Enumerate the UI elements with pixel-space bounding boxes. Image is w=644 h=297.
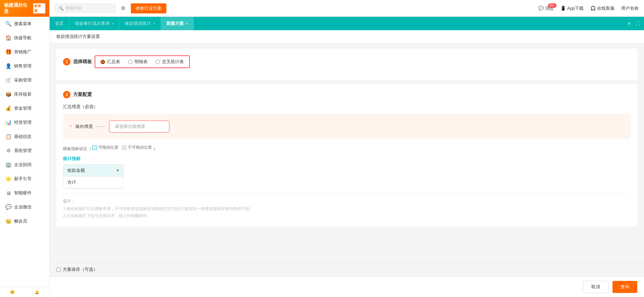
sidebar-item-hardware[interactable]: 🖥智能硬件 <box>0 186 49 200</box>
sidebar-item-label-sales: 销售管理 <box>14 63 32 69</box>
sidebar-item-label-search-menu: 搜索菜单 <box>14 21 32 27</box>
dimension-label <box>70 124 71 129</box>
service-item[interactable]: 🎧 在线客服 <box>590 5 614 11</box>
trial-button[interactable]: 体验行业方案 <box>131 3 166 13</box>
radio-cross[interactable] <box>156 60 160 64</box>
option-cross[interactable]: 交叉统计表 <box>156 59 184 65</box>
tab-maximize-icon[interactable]: ⛶ <box>635 21 640 26</box>
tabbar: 首页现金银行流水查询×收款情况统计×新建方案× ✕ ⛶ <box>50 17 644 30</box>
option-cross-label: 交叉统计表 <box>162 59 184 65</box>
sidebar-item-label-member: 畅会员 <box>14 218 27 224</box>
sidebar-bottom-icon2[interactable]: 🔔 <box>35 290 39 294</box>
page-header: 收款情况统计方案设置 <box>50 30 644 43</box>
sidebar-item-purchase[interactable]: 🛒采购管理 <box>0 73 49 87</box>
radio-detail[interactable] <box>128 60 132 64</box>
cancel-button[interactable]: 取消 <box>583 281 608 293</box>
step1-card: 1 选择模板 汇总表 明细表 交叉统计表 <box>56 49 637 80</box>
hint-title: 提示： <box>63 198 631 204</box>
template-options: 汇总表 明细表 交叉统计表 <box>95 55 190 68</box>
movable-legend-box <box>92 145 97 150</box>
settings-icon[interactable]: ⚙ <box>121 5 125 11</box>
sidebar-item-inventory[interactable]: 📦库存核算 <box>0 87 49 101</box>
config-section: 汇总维度（必选） 纵向维度 —— 请选择分组维度 模板指标设定（ <box>63 104 631 220</box>
radio-summary[interactable] <box>101 60 105 64</box>
option-detail[interactable]: 明细表 <box>128 59 148 65</box>
indicators-section: 统计指标 收款金额 ▾ 合计 <box>63 156 631 189</box>
search-placeholder: 搜索内容 <box>66 5 82 11</box>
sidebar-bottom-icon1[interactable]: 😊 <box>10 290 15 294</box>
step2-number: 2 <box>63 91 70 98</box>
sidebar-item-operations[interactable]: 📊经营管理 <box>0 115 49 130</box>
username[interactable]: 用户名称 <box>621 5 639 11</box>
fixed-legend-box <box>122 145 126 150</box>
tab-receipt-stat[interactable]: 收款情况统计× <box>119 17 161 30</box>
indicators-config-label: 模板指标设定（ 可拖动位置 不可拖动位置 ） <box>63 145 157 152</box>
chevron-down-icon[interactable]: ▾ <box>117 168 119 173</box>
sidebar-item-label-inventory: 库存核算 <box>14 91 32 97</box>
sidebar-item-finance[interactable]: 💰资金管理 <box>0 101 49 115</box>
sidebar-item-marketing[interactable]: 🎁营销推广 <box>0 45 49 59</box>
save-option-label[interactable]: 方案保存（可选） <box>56 266 98 273</box>
bottom-bar: 方案保存（可选） <box>50 262 644 277</box>
logo-badge: 标准版 <box>33 3 45 13</box>
tab-close-all-icon[interactable]: ✕ <box>627 21 631 26</box>
topbar-right: 💬 消息 99+ 📱 App下载 🎧 在线客服 用户名称 <box>538 5 639 11</box>
tab-label-bank: 现金银行流水查询 <box>75 20 110 27</box>
tab-close-new-plan[interactable]: × <box>186 21 188 26</box>
sidebar-item-label-quick-nav: 快捷导航 <box>14 35 32 41</box>
sidebar-item-basic-info[interactable]: 📋基础信息 <box>0 130 49 144</box>
step1-number: 1 <box>63 58 70 65</box>
purchase-icon: 🛒 <box>5 77 11 83</box>
fixed-legend-label: 不可拖动位置 <box>128 145 152 150</box>
sidebar-item-label-enterprise: 企业协同 <box>14 162 32 168</box>
sidebar-item-sales[interactable]: 👤销售管理 <box>0 59 49 73</box>
logo-text: 畅捷通好生意 <box>4 2 32 14</box>
sidebar-item-guide[interactable]: 🌟新手引导 <box>0 172 49 186</box>
tab-close-receipt-stat[interactable]: × <box>153 21 155 26</box>
sidebar-item-search-menu[interactable]: 🔍搜索菜单 <box>0 17 49 31</box>
sidebar-item-system[interactable]: ⚙系统管理 <box>0 144 49 158</box>
sidebar-item-label-guide: 新手引导 <box>14 176 32 182</box>
message-item[interactable]: 💬 消息 99+ <box>538 5 554 11</box>
tab-label-home: 首页 <box>55 20 64 27</box>
guide-icon: 🌟 <box>5 176 11 182</box>
sidebar-item-wechat[interactable]: 💬企业微信 <box>0 200 49 214</box>
page-title: 收款情况统计方案设置 <box>56 34 100 39</box>
option-summary[interactable]: 汇总表 <box>101 59 120 65</box>
finance-icon: 💰 <box>5 105 11 111</box>
search-icon: 🔍 <box>59 6 64 11</box>
sidebar-item-member[interactable]: 👑畅会员 <box>0 214 49 228</box>
sidebar-item-quick-nav[interactable]: 🏠快捷导航 <box>0 31 49 45</box>
tab-label-new-plan: 新建方案 <box>166 20 184 27</box>
indicators-label-row: 模板指标设定（ 可拖动位置 不可拖动位置 ） <box>63 145 631 152</box>
topbar-search[interactable]: 🔍 搜索内容 <box>55 4 115 13</box>
tab-new-plan[interactable]: 新建方案× <box>161 17 194 30</box>
download-label: App下载 <box>567 5 584 11</box>
save-checkbox[interactable] <box>56 267 61 272</box>
legend-fixed: 不可拖动位置 <box>122 145 152 150</box>
sidebar-item-label-basic-info: 基础信息 <box>14 134 32 140</box>
quick-nav-icon: 🏠 <box>5 35 11 41</box>
sidebar-item-label-operations: 经营管理 <box>14 119 32 126</box>
step1-header: 1 选择模板 汇总表 明细表 交叉统计表 <box>63 55 631 68</box>
movable-legend-label: 可拖动位置 <box>98 145 118 150</box>
sidebar: 畅捷通好生意 标准版 🔍搜索菜单🏠快捷导航🎁营销推广👤销售管理🛒采购管理📦库存核… <box>0 0 50 297</box>
download-item[interactable]: 📱 App下载 <box>560 5 584 11</box>
indicator-header[interactable]: 收款金额 ▾ <box>63 165 123 177</box>
tab-home[interactable]: 首页 <box>50 17 69 30</box>
marketing-icon: 🎁 <box>5 49 11 55</box>
content-area: 收款情况统计方案设置 1 选择模板 汇总表 明细表 <box>50 30 644 277</box>
sidebar-item-enterprise[interactable]: 🏢企业协同 <box>0 158 49 172</box>
inventory-icon: 📦 <box>5 91 11 97</box>
hint-line: 1.拖动标题栏可以调整布局，不可跨维度或指标区域拖动栏目字段(只能在同一维度或指… <box>63 205 631 213</box>
sidebar-item-label-marketing: 营销推广 <box>14 49 32 55</box>
summary-label: 汇总维度（必选） <box>63 104 631 110</box>
service-icon: 🎧 <box>590 6 596 11</box>
tab-close-bank[interactable]: × <box>112 21 114 26</box>
dimension-input[interactable]: 请选择分组维度 <box>109 120 169 133</box>
query-button[interactable]: 查询 <box>612 281 637 293</box>
indicator-column-header: 收款金额 <box>67 167 85 174</box>
tabbar-right: ✕ ⛶ <box>627 21 644 26</box>
tab-bank[interactable]: 现金银行流水查询× <box>69 17 119 30</box>
member-icon: 👑 <box>5 218 11 224</box>
